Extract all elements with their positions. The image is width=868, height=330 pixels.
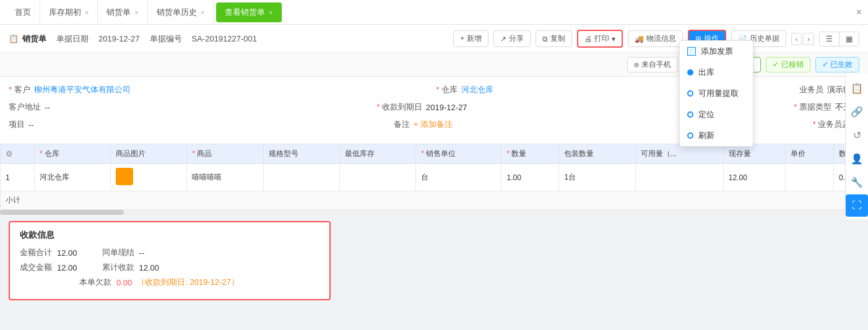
cell-qty: 1.00 bbox=[501, 164, 559, 191]
close-tab-history[interactable]: × bbox=[201, 9, 204, 16]
col-warehouse: * 仓库 bbox=[34, 144, 110, 164]
share-button[interactable]: ↗ 分享 bbox=[493, 30, 531, 47]
cancelled-badge[interactable]: ✓ 已核销 bbox=[766, 57, 810, 72]
scroll-bar[interactable] bbox=[0, 210, 868, 215]
cell-no: 1 bbox=[1, 164, 35, 191]
deal-amount-label: 成交金额 bbox=[20, 262, 52, 273]
close-tab-sales[interactable]: × bbox=[134, 9, 138, 16]
cell-avail bbox=[635, 164, 723, 191]
print-icon: 🖨 bbox=[584, 35, 592, 43]
sidebar-link-icon[interactable]: 🔗 bbox=[846, 100, 868, 123]
tab-sales-order[interactable]: 销货单 × bbox=[98, 0, 147, 25]
refresh-radio bbox=[687, 132, 693, 139]
payment-row-3: 本单欠款 0.00 （收款到期日: 2019-12-27） bbox=[20, 277, 319, 288]
table-container: ⚙ * 仓库 商品图片 * 商品 规格型号 最低库存 * 销售单位 * 数量 包… bbox=[0, 144, 868, 215]
address-value: -- bbox=[45, 103, 50, 112]
settings-icon: ⚙ bbox=[6, 149, 13, 158]
tab-bar: 首页 库存期初 × 销货单 × 销货单历史 × 查看销货单 × × bbox=[0, 0, 868, 25]
arrears-note: （收款到期日: 2019-12-27） bbox=[137, 277, 239, 288]
effective-badge[interactable]: ✓ 已生效 bbox=[815, 57, 859, 72]
outbound-radio bbox=[687, 69, 693, 76]
col-qty: * 数量 bbox=[501, 144, 559, 164]
warehouse-label: 仓库 bbox=[436, 84, 458, 95]
logistics-icon: 🚚 bbox=[635, 35, 644, 43]
add-invoice-checkbox bbox=[687, 47, 696, 56]
scroll-thumb[interactable] bbox=[0, 210, 124, 215]
available-qty-radio bbox=[687, 90, 693, 97]
arrears-label: 本单欠款 bbox=[79, 277, 111, 288]
prev-button[interactable]: ‹ bbox=[791, 33, 802, 45]
layout-list-button[interactable]: ☰ bbox=[820, 32, 840, 46]
tab-inventory-init[interactable]: 库存期初 × bbox=[40, 0, 98, 25]
tab-home[interactable]: 首页 bbox=[6, 0, 40, 25]
address-label: 客户地址 bbox=[9, 102, 41, 113]
project-label: 项目 bbox=[9, 119, 25, 130]
sidebar-user-icon[interactable]: 👤 bbox=[846, 147, 868, 170]
customer-value[interactable]: 柳州粤港平安气体有限公司 bbox=[34, 84, 131, 95]
new-button[interactable]: + 新增 bbox=[453, 30, 488, 47]
project-value: -- bbox=[28, 120, 34, 129]
cumulative-label: 累计收款 bbox=[102, 262, 134, 273]
dropdown-refresh[interactable]: 刷新 bbox=[680, 125, 753, 146]
window-close-button[interactable]: × bbox=[856, 7, 862, 18]
print-button[interactable]: 🖨 打印 ▾ bbox=[577, 30, 623, 48]
nav-arrows: ‹ › bbox=[791, 33, 814, 45]
sidebar-settings-icon[interactable]: 🔧 bbox=[846, 171, 868, 193]
col-min-stock: 最低库存 bbox=[339, 144, 415, 164]
cell-warehouse: 河北仓库 bbox=[34, 164, 110, 191]
col-product: * 商品 bbox=[187, 144, 263, 164]
due-date-field: 收款到期日 2019-12-27 bbox=[376, 102, 467, 113]
layout-toggle: ☰ ▦ bbox=[819, 32, 859, 46]
subtotal-label: 小计 bbox=[1, 191, 868, 210]
doc-title-area: 📋 销货单 bbox=[9, 33, 46, 45]
cell-unit: 台 bbox=[416, 164, 501, 191]
address-field: 客户地址 -- bbox=[9, 102, 50, 113]
tab-view-sales[interactable]: 查看销货单 × bbox=[216, 2, 282, 22]
due-date-value: 2019-12-27 bbox=[426, 103, 467, 112]
arrears-item bbox=[20, 277, 54, 288]
dropdown-available-qty[interactable]: 可用量提取 bbox=[680, 83, 753, 104]
col-unit: * 销售单位 bbox=[416, 144, 501, 164]
copy-button[interactable]: ⧉ 复制 bbox=[536, 30, 572, 47]
arrears-value: 0.00 bbox=[116, 278, 132, 287]
doc-actions: + 新增 ↗ 分享 ⧉ 复制 🖨 打印 ▾ 🚚 物流信息 ⊞ 操作 bbox=[453, 30, 859, 48]
same-order-item: 同单现结 -- bbox=[102, 247, 145, 258]
deal-amount-item: 成交金额 12.00 bbox=[20, 262, 77, 273]
cell-img bbox=[111, 164, 187, 191]
dropdown-add-invoice[interactable]: 添加发票 bbox=[680, 41, 753, 62]
amount-total-value: 12.00 bbox=[57, 248, 77, 258]
operation-dropdown: 添加发票 出库 可用量提取 定位 刷新 bbox=[679, 40, 753, 147]
dropdown-locate[interactable]: 定位 bbox=[680, 104, 753, 125]
col-settings[interactable]: ⚙ bbox=[1, 144, 35, 164]
payment-title: 收款信息 bbox=[20, 230, 319, 241]
dropdown-outbound[interactable]: 出库 bbox=[680, 62, 753, 83]
amount-total-item: 金额合计 12.00 bbox=[20, 247, 77, 258]
sidebar-refresh-icon[interactable]: ↺ bbox=[846, 124, 868, 146]
col-img: 商品图片 bbox=[111, 144, 187, 164]
doc-title-text: 销货单 bbox=[22, 33, 46, 45]
customer-field: 客户 柳州粤港平安气体有限公司 bbox=[9, 84, 131, 95]
add-note-button[interactable]: + 添加备注 bbox=[414, 119, 453, 130]
close-tab-view[interactable]: × bbox=[269, 9, 272, 16]
col-avail: 可用量（... bbox=[635, 144, 723, 164]
cell-min-stock bbox=[339, 164, 415, 191]
share-icon: ↗ bbox=[500, 35, 506, 43]
next-button[interactable]: › bbox=[803, 33, 814, 45]
doc-meta: 单据日期 2019-12-27 单据编号 SA-20191227-001 bbox=[56, 33, 257, 45]
close-tab-inventory[interactable]: × bbox=[85, 9, 89, 16]
from-phone-button[interactable]: 来自手机 bbox=[627, 57, 678, 72]
logistics-button[interactable]: 🚚 物流信息 bbox=[628, 30, 683, 47]
payment-row-1: 金额合计 12.00 同单现结 -- bbox=[20, 247, 319, 258]
sales-table: ⚙ * 仓库 商品图片 * 商品 规格型号 最低库存 * 销售单位 * 数量 包… bbox=[0, 144, 868, 210]
date-value: 2019-12-27 bbox=[98, 34, 140, 43]
note-field: 备注 + 添加备注 bbox=[394, 119, 453, 130]
staff-label: 业务员 bbox=[799, 84, 823, 95]
warehouse-value[interactable]: 河北仓库 bbox=[461, 84, 493, 95]
sidebar-expand-icon[interactable]: ⛶ bbox=[846, 194, 868, 217]
sidebar-doc-icon[interactable]: 📋 bbox=[846, 77, 868, 99]
no-value: SA-20191227-001 bbox=[192, 34, 258, 43]
copy-icon: ⧉ bbox=[542, 35, 548, 43]
project-field: 项目 -- bbox=[9, 119, 34, 130]
tab-sales-history[interactable]: 销货单历史 × bbox=[148, 0, 214, 25]
layout-grid-button[interactable]: ▦ bbox=[840, 32, 859, 46]
